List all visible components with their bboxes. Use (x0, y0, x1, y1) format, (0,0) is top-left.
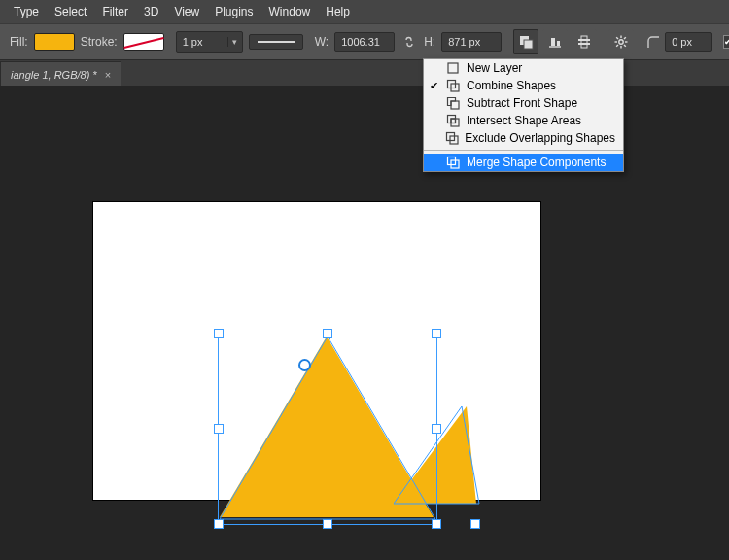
svg-line-15 (624, 37, 626, 39)
document-tab[interactable]: iangle 1, RGB/8) * × (0, 61, 122, 88)
menu-item-exclude[interactable]: Exclude Overlapping Shapes (424, 129, 623, 147)
svg-rect-6 (578, 43, 590, 45)
gear-icon[interactable] (608, 29, 634, 54)
menu-item-label: Intersect Shape Areas (467, 114, 615, 127)
selection-bounding-box[interactable] (218, 332, 437, 525)
stroke-width-value: 1 px (177, 36, 227, 48)
close-icon[interactable]: × (105, 69, 111, 81)
combine-icon (445, 78, 461, 93)
svg-rect-4 (557, 41, 560, 46)
stroke-style-combo[interactable] (249, 34, 303, 50)
transform-handle-w[interactable] (214, 424, 224, 434)
newlayer-icon (445, 60, 461, 76)
path-alignment-button[interactable] (542, 29, 568, 54)
transform-handle-ne[interactable] (432, 329, 441, 338)
transform-handle-n[interactable] (323, 329, 332, 338)
width-label: W: (315, 35, 329, 49)
exclude-icon (444, 130, 459, 146)
svg-line-14 (624, 45, 626, 47)
menu-help[interactable]: Help (318, 0, 358, 23)
width-input[interactable]: 1006.31 (334, 32, 395, 52)
stroke-width-combo[interactable]: 1 px ▾ (176, 31, 243, 52)
svg-rect-19 (448, 63, 458, 73)
height-input[interactable]: 871 px (441, 32, 502, 52)
svg-point-8 (619, 40, 623, 44)
path-operations-menu: New Layer ✔ Combine Shapes Subtract Fron… (423, 58, 624, 172)
menu-filter[interactable]: Filter (94, 0, 136, 23)
path-operations-button[interactable] (513, 29, 538, 54)
menu-select[interactable]: Select (47, 0, 94, 23)
path-arrangement-button[interactable] (572, 29, 597, 54)
menu-divider (424, 150, 623, 151)
corner-radius-icon (645, 34, 661, 50)
svg-rect-3 (551, 38, 555, 46)
menu-3d[interactable]: 3D (136, 0, 166, 23)
svg-rect-5 (578, 39, 590, 41)
fill-swatch[interactable] (34, 33, 75, 51)
transform-handle-e[interactable] (432, 424, 441, 434)
svg-rect-25 (451, 119, 456, 123)
stroke-preview-line (258, 41, 295, 43)
menu-check-col: ✔ (428, 80, 439, 92)
app-menu-bar: Type Select Filter 3D View Plugins Windo… (0, 0, 729, 23)
merge-icon (445, 155, 461, 170)
document-tab-title: iangle 1, RGB/8) * (11, 69, 97, 81)
corner-radius-value: 0 px (672, 36, 692, 48)
stroke-swatch[interactable] (123, 33, 164, 51)
transform-handle-s[interactable] (323, 519, 332, 529)
menu-item-label: Subtract Front Shape (467, 96, 615, 110)
menu-plugins[interactable]: Plugins (207, 0, 260, 23)
menu-item-new-layer[interactable]: New Layer (424, 59, 623, 77)
align-edges-toggle[interactable]: ✔ Align Edges (723, 28, 729, 55)
menu-window[interactable]: Window (261, 0, 319, 23)
menu-item-intersect[interactable]: Intersect Shape Areas (424, 112, 623, 129)
height-label: H: (424, 35, 435, 49)
svg-rect-1 (524, 40, 533, 49)
transform-handle-extra[interactable] (470, 519, 480, 529)
menu-item-label: New Layer (467, 61, 615, 75)
stroke-label: Stroke: (81, 35, 118, 49)
chevron-down-icon: ▾ (227, 37, 242, 47)
svg-rect-22 (451, 101, 459, 109)
path-anchor-point[interactable] (298, 359, 311, 371)
menu-item-subtract[interactable]: Subtract Front Shape (424, 94, 623, 112)
intersect-icon (445, 113, 461, 128)
menu-type[interactable]: Type (6, 0, 47, 23)
menu-item-merge-shape-components[interactable]: Merge Shape Components (424, 154, 623, 171)
subtract-icon (445, 95, 461, 111)
link-dimensions-icon[interactable] (400, 33, 418, 51)
svg-rect-7 (581, 36, 587, 48)
transform-handle-sw[interactable] (214, 519, 224, 529)
menu-item-combine-shapes[interactable]: ✔ Combine Shapes (424, 77, 623, 94)
height-value: 871 px (448, 36, 480, 48)
corner-radius-control[interactable]: 0 px (645, 32, 712, 52)
fill-label: Fill: (10, 35, 28, 49)
menu-item-label: Combine Shapes (467, 79, 615, 92)
svg-line-16 (616, 45, 618, 47)
align-edges-checkbox[interactable]: ✔ (723, 35, 729, 49)
transform-handle-nw[interactable] (214, 329, 224, 338)
menu-item-label: Merge Shape Components (467, 156, 615, 169)
menu-item-label: Exclude Overlapping Shapes (465, 131, 615, 145)
transform-handle-se[interactable] (432, 519, 441, 529)
options-bar: Fill: Stroke: 1 px ▾ W: 1006.31 H: 871 p… (0, 23, 729, 60)
width-value: 1006.31 (341, 36, 380, 48)
menu-view[interactable]: View (166, 0, 207, 23)
corner-radius-input[interactable]: 0 px (665, 32, 712, 52)
svg-line-13 (616, 37, 618, 39)
